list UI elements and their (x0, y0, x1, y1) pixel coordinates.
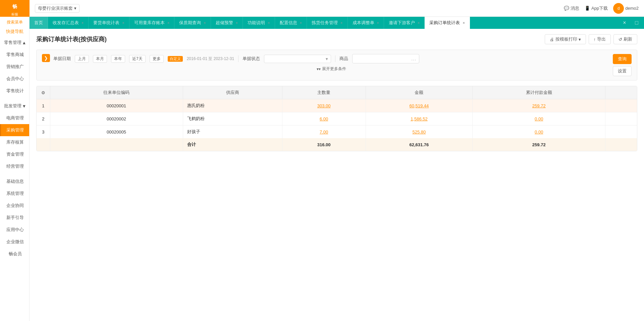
sidebar-item-retail[interactable]: 零售管理 ▲ (0, 37, 29, 49)
tab-peizhi[interactable]: 配置信息 × (275, 17, 307, 29)
query-btn[interactable]: 查询 (613, 54, 632, 64)
tab-chaochuyujing[interactable]: 超储预警 × (211, 17, 243, 29)
tab-chengben-close[interactable]: × (377, 21, 379, 25)
table-row: 3 00020005 好孩子 7.00 525.80 0.00 (37, 125, 637, 139)
tab-yaoqing[interactable]: 邀请下游客户 × (384, 17, 425, 29)
avatar-initials: d (618, 6, 620, 11)
tab-yaoqing-close[interactable]: × (418, 21, 420, 25)
data-table: ⚙ 往来单位编码 供应商 主数量 金额 累计付款金额 1 (37, 86, 637, 151)
settings-btn[interactable]: 设置 (613, 66, 632, 76)
sidebar-item-newbie[interactable]: 新手引导 (0, 212, 29, 224)
td-supplier: 好孩子 (183, 125, 282, 139)
settings-col-icon[interactable]: ⚙ (41, 90, 45, 95)
expand-filter-label: 展开更多条件 (322, 66, 346, 72)
sidebar-item-basicinfo[interactable]: 基础信息 (0, 175, 29, 188)
tab-tuohuo[interactable]: 拣货任务管理 × (307, 17, 347, 29)
goods-input[interactable]: … (352, 54, 419, 63)
tab-yaohuo-label: 要货单统计表 (93, 20, 119, 26)
date-btn-this-month[interactable]: 本月 (93, 55, 107, 63)
date-btn-more[interactable]: 更多 (150, 55, 164, 63)
sidebar-item-system-label: 系统管理 (6, 191, 24, 196)
footer-empty-2 (50, 138, 183, 151)
tab-keyongliang-close[interactable]: × (167, 21, 169, 25)
td-supplier: 惠氏奶粉 (183, 99, 282, 112)
export-icon: ↑ (594, 37, 596, 42)
th-code: 往来单位编码 (50, 86, 183, 99)
collapse-filter-btn[interactable]: ❯ (42, 54, 50, 62)
print-btn[interactable]: 🖨 按模板打印 ▾ (545, 34, 586, 44)
sidebar-item-finance[interactable]: 资金管理 (0, 148, 29, 160)
maximize-tab-btn[interactable]: □ (632, 18, 641, 28)
tab-chengben-label: 成本调整单 (353, 20, 374, 26)
search-menu-label[interactable]: 搜索菜单 (7, 20, 23, 24)
sidebar-item-purchase[interactable]: 采购管理 (0, 124, 29, 136)
date-btn-last-month[interactable]: 上月 (75, 55, 89, 63)
close-tab-btn[interactable]: × (620, 18, 629, 28)
date-btn-7days[interactable]: 近7天 (129, 55, 146, 63)
sidebar-item-appcenter[interactable]: 应用中心 (0, 224, 29, 236)
sidebar-item-operations[interactable]: 经营管理 (0, 160, 29, 172)
status-select[interactable]: ▾ (264, 55, 331, 63)
table-row: 2 00020002 飞鹤奶粉 6.00 1,586.52 0.00 (37, 112, 637, 125)
td-amount: 525.80 (366, 125, 473, 139)
expand-filter-btn[interactable]: ▾▾ 展开更多条件 (317, 66, 346, 72)
tab-shoufahuizong-close[interactable]: × (82, 21, 84, 25)
tab-keyongliang[interactable]: 可用量库存账本 × (129, 17, 174, 29)
tab-caigou-close[interactable]: × (463, 21, 465, 25)
tab-yaohuo[interactable]: 要货单统计表 × (89, 17, 129, 29)
sidebar-item-system[interactable]: 系统管理 (0, 188, 29, 200)
sidebar-item-newbie-label: 新手引导 (6, 215, 24, 220)
tab-chengben[interactable]: 成本调整单 × (348, 17, 384, 29)
tab-chaochuyujing-label: 超储预警 (216, 20, 233, 26)
page-title: 采购订单统计表(按供应商) (36, 35, 107, 43)
sidebar-item-marketing[interactable]: 营销推广 (0, 61, 29, 73)
goods-more-btn[interactable]: … (411, 56, 416, 62)
search-menu[interactable]: 搜索菜单 (0, 17, 29, 26)
tab-tuohuo-close[interactable]: × (340, 21, 342, 25)
tab-caigou-label: 采购订单统计表 (429, 20, 460, 26)
sidebar-item-inventory[interactable]: 库存核算 (0, 136, 29, 148)
table-header-row: ⚙ 往来单位编码 供应商 主数量 金额 累计付款金额 (37, 86, 637, 99)
td-paid: 0.00 (473, 125, 605, 139)
date-btn-this-year[interactable]: 本年 (111, 55, 125, 63)
sidebar-item-retail-store[interactable]: 零售商城 (0, 49, 29, 61)
td-supplier: 飞鹤奶粉 (183, 112, 282, 125)
filter-expand-row: ▾▾ 展开更多条件 (53, 63, 609, 72)
sidebar-item-member[interactable]: 会员中心 (0, 73, 29, 85)
tab-chaochuyujing-close[interactable]: × (236, 21, 238, 25)
date-range-display: 2016-01-01 至 2023-12-31 (187, 56, 234, 62)
th-paid: 累计付款金额 (473, 86, 605, 99)
workspace-selector[interactable]: 母婴行业演示账套 ▾ (35, 4, 79, 13)
user-profile[interactable]: d demo2 (613, 3, 639, 14)
app-download-btn[interactable]: 📱 App下载 (585, 5, 608, 11)
tab-gongneng[interactable]: 功能说明 × (243, 17, 275, 29)
tab-caigou[interactable]: 采购订单统计表 × (425, 17, 470, 29)
sidebar-item-vip[interactable]: 畅会员 (0, 248, 29, 260)
nav-tabs-end: × □ (620, 18, 644, 28)
tab-shoufahuizong[interactable]: 收发存汇总表 × (48, 17, 89, 29)
tab-baobaoqi[interactable]: 保质期查询 × (174, 17, 211, 29)
data-table-container: ⚙ 往来单位编码 供应商 主数量 金额 累计付款金额 1 (36, 86, 637, 151)
sidebar-item-ecommerce[interactable]: 电商管理 (0, 112, 29, 124)
export-btn[interactable]: ↑ 导出 (589, 34, 611, 44)
th-qty: 主数量 (282, 86, 366, 99)
refresh-btn[interactable]: ↺ 刷新 (613, 34, 637, 44)
td-amount: 60,519.44 (366, 99, 473, 112)
sidebar-item-retail-stats[interactable]: 零售统计 (0, 85, 29, 97)
avatar: d (613, 3, 624, 14)
tab-baobaoqi-close[interactable]: × (204, 21, 206, 25)
sidebar-item-wechat[interactable]: 企业微信 (0, 236, 29, 248)
topbar: 母婴行业演示账套 ▾ 💬 消息 📱 App下载 d demo2 (30, 0, 644, 17)
message-btn[interactable]: 💬 消息 (564, 5, 579, 11)
sidebar-item-corp[interactable]: 企业协同 (0, 200, 29, 212)
tab-yaohuo-close[interactable]: × (122, 21, 124, 25)
tab-home[interactable]: 首页 (30, 17, 48, 29)
quick-nav-label[interactable]: 快捷导航 (6, 29, 23, 35)
sidebar-item-wholesale[interactable]: 批发管理 ▼ (0, 100, 29, 112)
sidebar-item-corp-label: 企业协同 (6, 203, 24, 208)
td-extra (605, 112, 637, 125)
quick-nav[interactable]: 快捷导航 (6, 26, 23, 37)
td-qty: 303.00 (282, 99, 366, 112)
tab-gongneng-close[interactable]: × (268, 21, 270, 25)
tab-peizhi-close[interactable]: × (300, 21, 302, 25)
